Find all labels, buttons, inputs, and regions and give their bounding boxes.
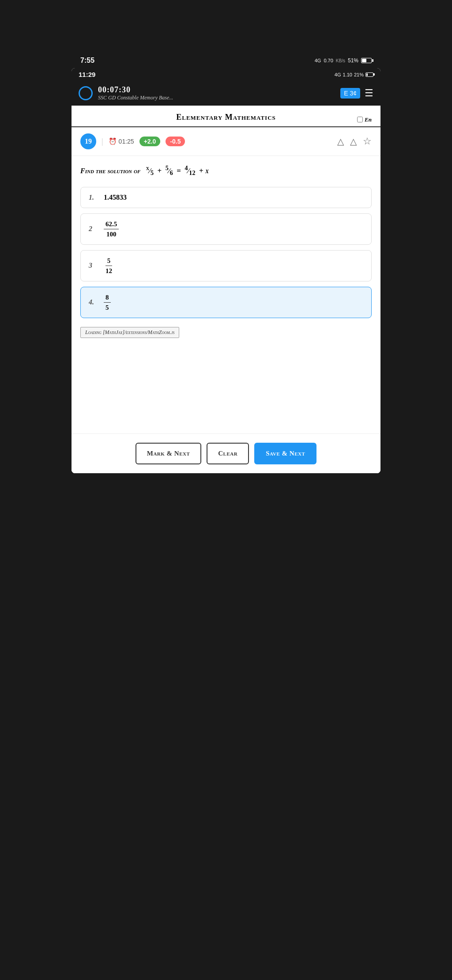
option-3-denominator: 12 [104,266,114,275]
clear-button[interactable]: Clear [207,443,249,464]
question-meta-bar: 19 | ⏰ 01:25 +2.0 -0.5 △ △ ☆ [72,127,380,156]
option-1-value: 1.45833 [104,194,127,201]
subject-header: Elementary Mathematics En [72,106,380,127]
question-label: Find the solution of [80,167,140,175]
bookmark-icon[interactable]: △ [350,136,357,147]
countdown-timer: 00:07:30 [98,85,335,95]
outer-time: 7:55 [80,57,94,65]
outer-speed: 0.70 [324,58,333,63]
option-2-denominator: 100 [105,229,118,238]
lang-checkbox-input[interactable] [357,117,363,122]
alert-icon[interactable]: △ [337,136,344,147]
timer-circle-icon [79,86,93,100]
app-subtitle: SSC GD Constable Memory Base... [98,95,335,101]
inner-battery-icon [365,72,373,77]
inner-battery-pct: 21% [354,72,364,77]
inner-status-bar: 11:29 4G 1.10 21% [72,68,380,81]
loading-indicator: Loading [MathJax]/extensions/MathZoom.js [72,325,380,345]
language-toggle[interactable]: En [357,116,372,123]
option-2-fraction: 62.5 100 [104,220,119,238]
lang-label: En [365,116,372,123]
inner-speed: 1.10 [343,72,352,77]
book-icon[interactable]: E 3¢ [340,88,360,99]
option-3-label: 3 [89,262,98,270]
meta-divider: | [102,137,103,146]
menu-icon[interactable]: ☰ [365,87,373,99]
option-4-denominator: 5 [104,303,111,311]
clock-icon: ⏰ [109,137,117,145]
star-icon[interactable]: ☆ [363,136,372,147]
battery-icon [361,58,372,63]
option-2-label: 2 [89,225,98,233]
option-1-label: 1. [89,194,98,201]
option-2-numerator: 62.5 [104,220,119,229]
positive-score-badge: +2.0 [139,137,161,146]
inner-time: 11:29 [79,71,95,78]
inner-network: 4G [335,72,341,77]
question-time-value: 01:25 [119,138,134,145]
question-text: Find the solution of x⁄5 + 5⁄6 = 4⁄12 + … [72,156,380,187]
option-4-label: 4. [89,298,98,306]
option-1[interactable]: 1. 1.45833 [80,187,372,208]
app-header: 00:07:30 SSC GD Constable Memory Base...… [72,81,380,106]
option-2[interactable]: 2 62.5 100 [80,213,372,245]
option-4-numerator: 8 [104,293,111,303]
option-3-fraction: 5 12 [104,257,114,275]
outer-kbps: KB/s [336,58,345,63]
mark-next-button[interactable]: Mark & Next [136,443,202,464]
subject-title: Elementary Mathematics [80,113,372,126]
save-next-button[interactable]: Save & Next [254,443,316,464]
option-4[interactable]: 4. 8 5 [80,287,372,318]
loading-text: Loading [MathJax]/extensions/MathZoom.js [80,327,179,338]
action-bar: Mark & Next Clear Save & Next [72,433,380,473]
options-list: 1. 1.45833 2 62.5 100 3 5 12 [72,187,380,325]
option-3[interactable]: 3 5 12 [80,250,372,281]
content-spacer [72,345,380,433]
option-4-fraction: 8 5 [104,293,111,311]
question-equation: x⁄5 + 5⁄6 = 4⁄12 + x [142,167,209,175]
outer-percent: 51% [348,57,358,64]
outer-network: 4G [315,58,321,63]
negative-score-badge: -0.5 [166,137,185,146]
option-3-numerator: 5 [105,257,113,266]
question-number-badge: 19 [80,133,96,149]
question-timer: ⏰ 01:25 [109,137,134,145]
